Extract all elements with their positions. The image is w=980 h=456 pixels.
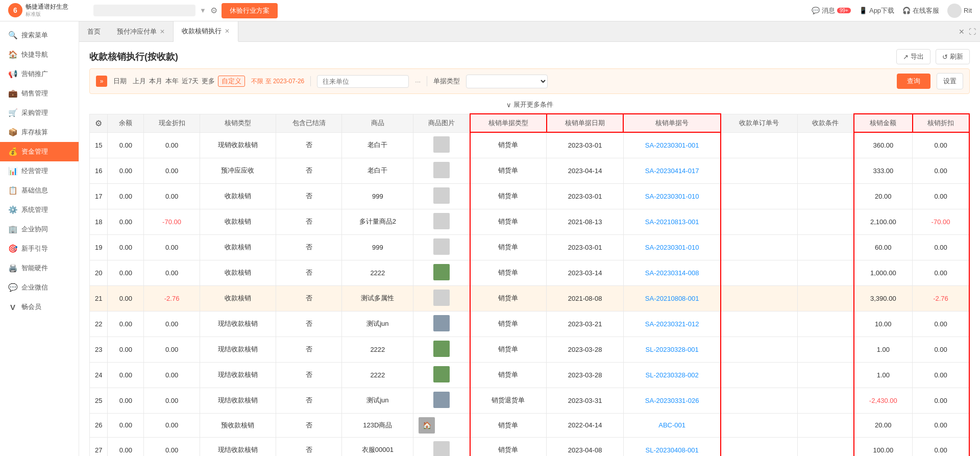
close-all-icon[interactable]: ✕ [959, 28, 965, 36]
cell-goods-img [413, 337, 470, 362]
top-search-input[interactable] [93, 5, 195, 16]
sidebar-item-beginner[interactable]: 🎯 新手引导 [0, 239, 79, 258]
date-option-this-year[interactable]: 本年 [165, 77, 179, 86]
receipt-no-link[interactable]: SL-20230328-002 [646, 371, 699, 379]
table-row: 23 0.00 0.00 现结收款核销 否 2222 销货单 2023-03-2… [90, 337, 970, 362]
date-option-this-month[interactable]: 本月 [149, 77, 162, 86]
filter-expand-arrow[interactable]: » [96, 76, 107, 87]
cell-collection-order [721, 437, 797, 456]
table-row: 25 0.00 0.00 现结收款核销 否 测试jun 销货退货单 2023-0… [90, 388, 970, 413]
tab-collection-writeoff[interactable]: 收款核销执行 ✕ [174, 21, 238, 42]
cell-receipt-no: SL-20230328-001 [623, 337, 721, 362]
cell-receipt-date: 2023-03-01 [547, 183, 623, 209]
cell-receipt-type: 销货单 [470, 234, 547, 260]
cell-balance: 0.00 [108, 260, 144, 285]
tab-collection-label: 收款核销执行 [182, 27, 222, 36]
sidebar-item-purchase[interactable]: 🛒 采购管理 [0, 103, 79, 123]
cell-receipt-no: SA-20210808-001 [623, 285, 721, 311]
receipt-no-link[interactable]: SA-20230331-026 [645, 397, 699, 404]
filter-bar: » 日期 上月 本月 本年 近7天 更多 自定义 不限 至 2023-07-26 [89, 68, 970, 94]
receipt-no-link[interactable]: ABC-001 [658, 421, 685, 429]
online-service-label: 在线客服 [913, 6, 939, 15]
cell-receipt-type: 销货单 [470, 311, 547, 337]
receipt-no-link[interactable]: SA-20230301-010 [645, 193, 699, 200]
cell-balance: 0.00 [108, 362, 144, 388]
cell-receipt-date: 2023-03-31 [547, 388, 623, 413]
headset-icon: 🎧 [902, 7, 911, 14]
receipt-no-link[interactable]: SA-20230314-008 [645, 269, 699, 277]
cell-writeoff-type: 现结收款核销 [200, 311, 276, 337]
logo-area: 6 畅捷通谱好生意 标准版 [8, 3, 87, 17]
cell-include-settled: 否 [276, 132, 341, 158]
cell-writeoff-amount: 10.00 [854, 311, 913, 337]
export-btn[interactable]: ↗ 导出 [896, 49, 930, 64]
cell-receipt-type: 销货单 [470, 209, 547, 234]
tab-home[interactable]: 首页 [79, 21, 109, 42]
tab-prepay-close[interactable]: ✕ [160, 28, 165, 35]
top-actions: 💬 消息 99+ 📱 App下载 🎧 在线客服 Rit [812, 4, 972, 18]
message-btn[interactable]: 💬 消息 99+ [812, 6, 851, 15]
cell-writeoff-discount: -2.76 [913, 285, 969, 311]
industry-btn[interactable]: 休验行业方案 [222, 3, 278, 18]
settings-btn[interactable]: 设置 [937, 73, 963, 89]
sidebar-item-sys[interactable]: ⚙️ 系统管理 [0, 200, 79, 220]
cell-receipt-no: SA-20230331-026 [623, 388, 721, 413]
cell-no: 17 [90, 183, 108, 209]
tab-prepay[interactable]: 预付冲应付单 ✕ [109, 21, 174, 42]
sidebar-label-sys: 系统管理 [21, 205, 48, 214]
cell-cash-discount: 0.00 [144, 413, 200, 437]
expand-more-btn[interactable]: ∨ 展开更多条件 [506, 100, 553, 109]
date-option-7days[interactable]: 近7天 [182, 77, 199, 86]
cell-receipt-type: 销货单 [470, 158, 547, 183]
receipt-no-link[interactable]: SA-20210813-001 [645, 218, 699, 226]
tab-prepay-label: 预付冲应付单 [117, 27, 157, 36]
sidebar-item-search-menu[interactable]: 🔍 搜索菜单 [0, 26, 79, 45]
sidebar-item-basic-info[interactable]: 📋 基础信息 [0, 181, 79, 200]
cell-writeoff-discount: -70.00 [913, 209, 969, 234]
sidebar-item-wechat[interactable]: 💬 企业微信 [0, 278, 79, 297]
user-area[interactable]: Rit [947, 4, 972, 18]
sidebar-item-inventory[interactable]: 📦 库存核算 [0, 123, 79, 142]
receipt-no-link[interactable]: SL-20230408-001 [646, 446, 699, 454]
sidebar-item-biz[interactable]: 📊 经营管理 [0, 161, 79, 181]
date-range-display: 不限 至 2023-07-26 [251, 77, 304, 86]
tab-collection-close[interactable]: ✕ [225, 28, 230, 35]
cell-receipt-date: 2022-04-14 [547, 413, 623, 437]
sidebar-item-quick-nav[interactable]: 🏠 快捷导航 [0, 45, 79, 64]
app-download-btn[interactable]: 📱 App下载 [859, 6, 894, 15]
col-header-collection-order: 收款单订单号 [721, 114, 797, 132]
sidebar-item-marketing[interactable]: 📢 营销推广 [0, 64, 79, 84]
sidebar-item-fund[interactable]: 💰 资金管理 [0, 142, 79, 161]
receipt-type-select[interactable] [466, 75, 548, 88]
cell-writeoff-amount: 20.00 [854, 183, 913, 209]
col-header-settings[interactable]: ⚙ [90, 114, 108, 132]
table-row: 15 0.00 0.00 现销收款核销 否 老白干 销货单 2023-03-01… [90, 132, 970, 158]
company-filter-input[interactable] [317, 75, 409, 88]
online-service-btn[interactable]: 🎧 在线客服 [902, 6, 939, 15]
cell-receipt-type: 销货单 [470, 183, 547, 209]
maximize-icon[interactable]: ⛶ [969, 28, 976, 36]
sidebar-item-sales[interactable]: 💼 销售管理 [0, 84, 79, 103]
cell-cash-discount: 0.00 [144, 183, 200, 209]
table-settings-icon[interactable]: ⚙ [95, 119, 102, 128]
query-btn[interactable]: 查询 [897, 74, 930, 89]
cell-balance: 0.00 [108, 183, 144, 209]
receipt-no-link[interactable]: SA-20230301-010 [645, 244, 699, 251]
receipt-no-link[interactable]: SA-20210808-001 [645, 295, 699, 302]
receipt-no-link[interactable]: SA-20230321-012 [645, 320, 699, 328]
sidebar-item-smart-hw[interactable]: 🖨️ 智能硬件 [0, 258, 79, 278]
dropdown-arrow-icon[interactable]: ▼ [200, 7, 206, 14]
printer-icon: 🖨️ [8, 263, 17, 273]
message-label: 消息 [822, 6, 835, 15]
receipt-no-link[interactable]: SL-20230328-001 [646, 346, 699, 353]
date-option-more[interactable]: 更多 [202, 77, 215, 86]
sidebar-item-vip[interactable]: V 畅会员 [0, 297, 79, 317]
receipt-no-link[interactable]: SA-20230301-001 [645, 141, 699, 149]
receipt-no-link[interactable]: SA-20230414-017 [645, 167, 699, 175]
sidebar-item-enterprise[interactable]: 🏢 企业协同 [0, 220, 79, 239]
gear-icon[interactable]: ⚙ [210, 6, 217, 15]
date-option-custom[interactable]: 自定义 [218, 76, 245, 87]
refresh-btn[interactable]: ↺ 刷新 [936, 49, 970, 64]
cell-writeoff-type: 预冲应应收 [200, 158, 276, 183]
date-option-last-month[interactable]: 上月 [133, 77, 146, 86]
